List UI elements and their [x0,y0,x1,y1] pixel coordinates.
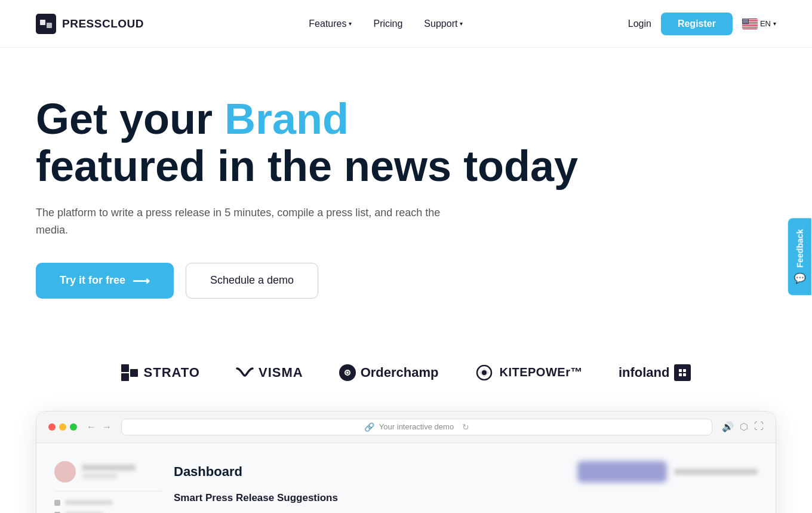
refresh-icon[interactable]: ↻ [462,422,469,432]
logo-orderchamp: Orderchamp [339,364,439,381]
nav-icon [54,500,60,506]
hero-brand-word: Brand [224,95,349,143]
mute-icon[interactable]: 🔊 [722,421,734,432]
browser-content: Dashboard Smart Press Release Suggestion… [36,443,776,513]
svg-rect-6 [742,24,758,24]
svg-point-31 [746,23,747,23]
svg-point-10 [743,19,743,19]
logos-section: STRATO VISMA Orderchamp KITEPOWEr™ infol… [0,334,812,411]
browser-nav: ← → [87,422,112,432]
nav-forward[interactable]: → [102,422,112,432]
logo-visma: VISMA [236,365,303,380]
svg-point-12 [745,19,746,19]
hero-subheading: The platform to write a press release in… [36,204,454,239]
arrow-icon: ⟶ [133,274,150,288]
visma-logo-icon [236,366,254,379]
logo-icon [36,14,56,34]
nav-features[interactable]: Features ▾ [309,19,352,29]
schedule-demo-button[interactable]: Schedule a demo [186,263,318,299]
svg-point-11 [744,19,745,19]
nav-right: Login Register [628,13,776,35]
nav-center: Features ▾ Pricing Support ▾ [309,19,463,29]
logo-text: PRESSCLOUD [62,17,144,30]
strato-logo-icon [121,364,139,381]
support-chevron: ▾ [460,20,463,27]
sidebar-nav-items [54,500,162,513]
dot-green [70,423,77,431]
list-item [54,500,162,506]
logo-kitepower: KITEPOWEr™ [474,365,582,380]
svg-point-15 [743,20,744,20]
dot-yellow [59,423,66,431]
svg-rect-35 [130,369,138,377]
user-info [82,465,136,478]
sidebar-user-row [54,461,162,483]
dashboard-row: Dashboard [174,461,758,483]
nav-support[interactable]: Support ▾ [424,19,463,29]
browser-actions: 🔊 ⬡ ⛶ [722,421,764,432]
user-role-line [82,474,118,478]
svg-point-25 [745,21,745,22]
hero-section: Get your Brand featured in the news toda… [0,48,812,334]
svg-point-23 [748,20,748,21]
hero-headline: Get your Brand featured in the news toda… [36,96,776,190]
browser-mockup: ← → 🔗 Your interactive demo ↻ 🔊 ⬡ ⛶ [36,411,776,513]
svg-rect-0 [40,20,45,25]
svg-point-18 [747,20,748,20]
svg-point-20 [744,20,745,21]
lang-label: EN [760,19,771,28]
fullscreen-icon[interactable]: ⛶ [754,421,764,432]
svg-point-22 [746,20,747,21]
svg-rect-8 [742,27,758,28]
nav-back[interactable]: ← [87,422,96,432]
svg-point-29 [744,23,745,23]
kitepower-logo-icon [474,365,494,380]
feedback-widget[interactable]: 💬 Feedback [788,218,811,295]
svg-point-28 [743,23,743,23]
svg-rect-1 [47,23,52,28]
browser-wrap: ← → 🔗 Your interactive demo ↻ 🔊 ⬡ ⛶ [0,411,812,513]
login-button[interactable]: Login [628,19,651,29]
svg-point-27 [747,21,748,22]
feedback-icon: 💬 [794,272,806,284]
try-free-button[interactable]: Try it for free ⟶ [36,263,174,299]
dashboard-title: Dashboard [174,464,242,480]
register-button[interactable]: Register [661,13,733,35]
avatar [54,461,76,483]
username-line [82,465,136,471]
hero-buttons: Try it for free ⟶ Schedule a demo [36,263,776,299]
logo[interactable]: PRESSCLOUD [36,14,144,34]
blurred-action-text [674,469,758,475]
dashboard-actions [577,461,758,483]
logo-strato: STRATO [121,364,200,381]
main-content-mock: Dashboard Smart Press Release Suggestion… [174,455,758,513]
svg-rect-34 [121,373,129,381]
infoland-icon [674,364,691,381]
browser-dots [48,423,77,431]
svg-point-30 [745,23,746,23]
svg-point-32 [748,23,748,23]
svg-point-36 [346,371,349,374]
sidebar-mock [54,455,162,513]
svg-rect-33 [121,364,129,372]
flag-icon [742,19,758,29]
navbar: PRESSCLOUD Features ▾ Pricing Support ▾ … [0,0,812,48]
browser-bar: ← → 🔗 Your interactive demo ↻ 🔊 ⬡ ⛶ [36,411,776,443]
svg-point-24 [743,21,744,22]
cast-icon[interactable]: ⬡ [740,421,748,432]
language-selector[interactable]: EN ▾ [742,19,776,29]
nav-pricing[interactable]: Pricing [373,19,402,29]
press-release-heading: Smart Press Release Suggestions [174,492,758,504]
dot-red [48,423,56,431]
browser-url: 🔗 Your interactive demo ↻ [121,419,712,435]
svg-point-14 [748,19,748,19]
svg-point-38 [482,370,487,375]
svg-point-26 [746,21,746,22]
svg-point-19 [743,20,743,21]
svg-rect-7 [742,26,758,26]
sidebar-divider [54,491,162,492]
orderchamp-circle [339,364,356,381]
svg-rect-42 [683,373,686,376]
logo-infoland: infoland [619,364,691,381]
svg-rect-39 [679,369,682,372]
